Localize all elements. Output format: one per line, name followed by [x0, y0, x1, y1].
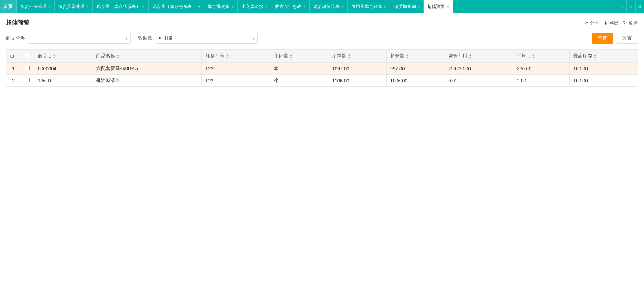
nav-home[interactable]: 首页	[0, 0, 17, 13]
filter-category: 商品分类 ▾	[6, 33, 131, 44]
nav-tab-tab1[interactable]: 拣货任务管理×	[17, 0, 55, 13]
row-capital: 0.00	[444, 75, 513, 87]
nav-arrows: ‹ › ×	[618, 0, 644, 13]
settings-button[interactable]: 设置	[616, 33, 638, 44]
datasource-select[interactable]: 可用量 ▾	[155, 33, 258, 44]
nav-tab-tab9[interactable]: 可用量库存账本×	[348, 0, 390, 13]
share-button[interactable]: ↗ 分享	[584, 20, 599, 26]
col-average[interactable]: 平均...▲▼	[513, 50, 570, 63]
page-header: 超储预警 ↗ 分享 ⬇ 导出 ↻ 刷新	[6, 19, 638, 27]
share-label: 分享	[590, 20, 599, 26]
row-overflow: 1006.00	[386, 75, 444, 87]
category-label: 商品分类	[6, 35, 25, 41]
filter-datasource: 数据源 可用量 ▾	[138, 33, 258, 44]
tab-close-icon[interactable]: ×	[142, 5, 144, 9]
col-capital[interactable]: 资金占用▲▼	[444, 50, 513, 63]
row-overflow: 997.00	[386, 63, 444, 75]
datasource-select-value: 可用量	[158, 35, 173, 41]
row-product-name: 机油滤清器	[92, 75, 202, 87]
row-checkbox[interactable]	[25, 78, 30, 82]
row-capital: 259220.00	[444, 63, 513, 75]
row-spec: 123	[201, 75, 270, 87]
col-settings: ⚙	[6, 50, 21, 63]
row-checkbox[interactable]	[25, 66, 30, 70]
export-label: 导出	[609, 20, 619, 26]
row-max-stock: 100.00	[569, 63, 638, 75]
row-number: 1	[6, 63, 21, 75]
tab-close-icon[interactable]: ×	[384, 5, 386, 9]
row-number: 2	[6, 75, 21, 87]
datasource-dropdown-icon: ▾	[253, 36, 255, 40]
select-all-checkbox[interactable]	[25, 53, 29, 58]
export-icon: ⬇	[604, 20, 608, 26]
nav-tab-tab8[interactable]: 要货单统计表×	[310, 0, 348, 13]
col-product-name[interactable]: 商品名称▲▼	[92, 50, 202, 63]
page-content: 超储预警 ↗ 分享 ⬇ 导出 ↻ 刷新 商品分类 ▾ 数据源	[0, 13, 644, 293]
table-row: 2 186-10... 机油滤清器 123 个 1106.00 1006.00 …	[6, 75, 638, 87]
row-product-code: 0000004	[34, 63, 92, 75]
nav-tab-tab2[interactable]: 拣货异常处理×	[55, 0, 93, 13]
row-max-stock: 100.00	[569, 75, 638, 87]
nav-home-label: 首页	[4, 4, 12, 10]
nav-tab-tab6[interactable]: 出入库流水×	[238, 0, 271, 13]
datasource-label: 数据源	[138, 35, 152, 41]
tab-close-icon[interactable]: ×	[198, 5, 200, 9]
filter-row: 商品分类 ▾ 数据源 可用量 ▾ 查询 设置	[6, 33, 638, 44]
tab-close-icon[interactable]: ×	[265, 5, 267, 9]
nav-tab-tab7[interactable]: 收发存汇总表×	[271, 0, 310, 13]
row-checkbox-cell	[21, 75, 34, 87]
row-average: 0.00	[513, 75, 570, 87]
col-unit[interactable]: 主计量▲▼	[270, 50, 328, 63]
tab-label: 拣货任务管理	[20, 4, 47, 10]
refresh-label: 刷新	[629, 20, 638, 26]
nav-tab-tab3[interactable]: 现存量（库存状况表）×	[93, 0, 149, 13]
share-icon: ↗	[584, 20, 588, 26]
nav-tab-tab5[interactable]: 库存批次账×	[204, 0, 238, 13]
col-overflow[interactable]: 超储量▲▼	[386, 50, 444, 63]
gear-icon[interactable]: ⚙	[10, 53, 15, 59]
tab-close-icon[interactable]: ×	[341, 5, 344, 9]
row-spec: 123	[201, 63, 270, 75]
category-select[interactable]: ▾	[28, 33, 131, 44]
nav-tab-tab4[interactable]: 现存量（库存分布表）×	[149, 0, 204, 13]
table-header-row: ⚙ 商品...▲▼ 商品名称▲▼ 规格型号▲▼ 主计量▲▼ 库	[6, 50, 638, 63]
tab-label: 现存量（库存分布表）	[152, 4, 196, 10]
filter-buttons: 查询 设置	[592, 33, 638, 44]
row-stock: 1097.00	[328, 63, 386, 75]
page-actions: ↗ 分享 ⬇ 导出 ↻ 刷新	[584, 20, 638, 26]
col-product-code[interactable]: 商品...▲▼	[34, 50, 92, 63]
row-product-name: 六配套新昌490BPG	[92, 63, 202, 75]
row-average: 260.00	[513, 63, 570, 75]
tab-label: 收发存汇总表	[275, 4, 301, 10]
nav-tab-tab11[interactable]: 超储预警×	[424, 0, 453, 13]
table-row: 1 0000004 六配套新昌490BPG 123 套 1097.00 997.…	[6, 63, 638, 75]
row-unit: 套	[270, 63, 328, 75]
nav-more-btn[interactable]: ×	[635, 0, 644, 13]
tab-label: 要货单统计表	[313, 4, 340, 10]
tab-label: 可用量库存账本	[351, 4, 382, 10]
refresh-button[interactable]: ↻ 刷新	[623, 20, 638, 26]
col-spec[interactable]: 规格型号▲▼	[201, 50, 270, 63]
tab-close-icon[interactable]: ×	[48, 5, 51, 9]
export-button[interactable]: ⬇ 导出	[604, 20, 619, 26]
query-button[interactable]: 查询	[592, 33, 613, 44]
col-max-stock[interactable]: 最高库存▲▼	[569, 50, 638, 63]
tab-label: 现存量（库存状况表）	[96, 4, 140, 10]
tab-label: 拣货异常处理	[58, 4, 85, 10]
refresh-icon: ↻	[623, 20, 627, 26]
col-select-all	[21, 50, 34, 63]
nav-tab-tab10[interactable]: 保质期查询×	[390, 0, 424, 13]
nav-prev-btn[interactable]: ‹	[618, 0, 626, 13]
row-unit: 个	[270, 75, 328, 87]
tab-label: 出入库流水	[241, 4, 263, 10]
tab-close-icon[interactable]: ×	[447, 5, 449, 9]
nav-next-btn[interactable]: ›	[626, 0, 635, 13]
col-stock[interactable]: 库存量▲▼	[328, 50, 386, 63]
page-title: 超储预警	[6, 19, 29, 27]
tab-close-icon[interactable]: ×	[418, 5, 420, 9]
row-product-code: 186-10...	[34, 75, 92, 87]
tab-close-icon[interactable]: ×	[231, 5, 234, 9]
tab-close-icon[interactable]: ×	[303, 5, 305, 9]
tab-label: 超储预警	[427, 4, 445, 10]
tab-close-icon[interactable]: ×	[87, 5, 89, 9]
